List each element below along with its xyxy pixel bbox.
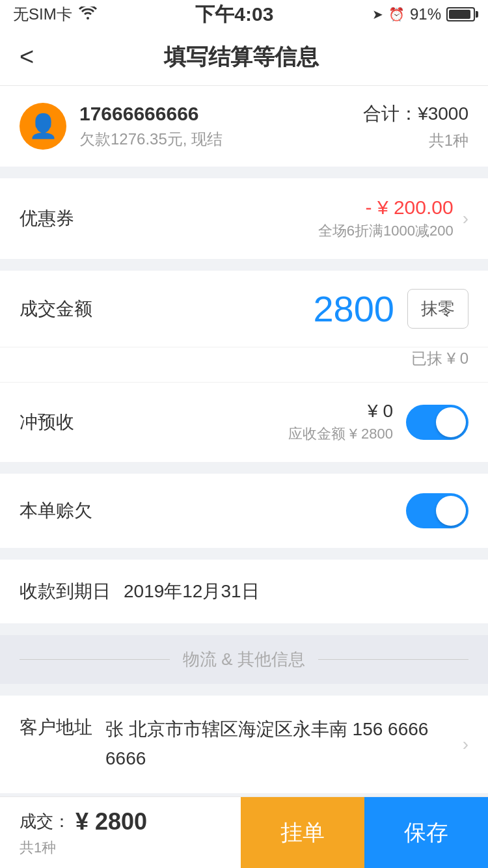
deal-right: 2800 抹零 — [313, 289, 468, 329]
divider-text: 物流 & 其他信息 — [183, 648, 305, 671]
avatar: 👤 — [20, 103, 66, 150]
divider-line-left — [20, 659, 170, 660]
coupon-desc: 全场6折满1000减200 — [318, 221, 454, 241]
bottom-count: 共1种 — [20, 838, 221, 858]
customer-sub: 欠款1276.35元, 现结 — [79, 129, 363, 150]
due-date-label: 收款到期日 — [20, 579, 111, 604]
erased-row: 已抹 ¥ 0 — [0, 347, 488, 382]
hold-button-label: 挂单 — [280, 818, 325, 848]
coupon-section[interactable]: 优惠券 - ¥ 200.00 全场6折满1000减200 › — [0, 178, 488, 259]
bottom-bar: 成交： ¥ 2800 共1种 挂单 保存 — [0, 796, 488, 868]
deal-amount-value: 2800 — [313, 291, 394, 327]
address-chevron-icon: › — [463, 734, 468, 755]
address-section[interactable]: 客户地址 张 北京市市辖区海淀区永丰南 156 6666 6666 › — [0, 696, 488, 793]
no-sim-label: 无SIM卡 — [13, 4, 72, 25]
debt-section: 本单赊欠 — [0, 474, 488, 548]
customer-amount: 合计：¥3000 共1种 — [363, 102, 468, 151]
chevron-right-icon: › — [463, 208, 468, 229]
bottom-deal-amount: ¥ 2800 — [75, 808, 147, 835]
page-title: 填写结算等信息 — [47, 42, 436, 72]
battery-percent: 91% — [410, 5, 441, 23]
address-label: 客户地址 — [20, 715, 92, 740]
bottom-summary: 成交： ¥ 2800 共1种 — [0, 808, 241, 858]
customer-section: 👤 17666666666 欠款1276.35元, 现结 合计：¥3000 共1… — [0, 86, 488, 167]
battery-icon — [446, 7, 475, 21]
prepay-amount: ¥ 0 — [368, 401, 393, 422]
deal-section: 成交金额 2800 抹零 已抹 ¥ 0 冲预收 ¥ 0 应收金额 ¥ 2800 — [0, 271, 488, 462]
hold-button[interactable]: 挂单 — [241, 797, 364, 869]
coupon-amount: - ¥ 200.00 — [318, 197, 454, 219]
debt-toggle[interactable] — [406, 493, 468, 528]
status-time: 下午4:03 — [195, 1, 273, 28]
customer-info: 17666666666 欠款1276.35元, 现结 — [79, 103, 363, 150]
nav-bar: < 填写结算等信息 — [0, 29, 488, 86]
alarm-icon: ⏰ — [388, 7, 405, 22]
wifi-icon — [79, 5, 97, 23]
status-bar: 无SIM卡 下午4:03 ➤ ⏰ 91% — [0, 0, 488, 29]
erase-button[interactable]: 抹零 — [407, 289, 468, 329]
due-date-section: 收款到期日 2019年12月31日 — [0, 560, 488, 623]
divider-section: 物流 & 其他信息 — [0, 635, 488, 684]
erased-label: 已抹 ¥ 0 — [411, 349, 468, 367]
divider-line-right — [318, 659, 468, 660]
coupon-label: 优惠券 — [20, 206, 318, 231]
due-date-value: 2019年12月31日 — [124, 579, 260, 604]
deal-amount-label: 成交金额 — [20, 297, 313, 321]
bottom-deal-label: 成交： — [20, 810, 70, 833]
status-right: ➤ ⏰ 91% — [372, 5, 475, 23]
bottom-deal-row: 成交： ¥ 2800 — [20, 808, 221, 835]
address-value: 张 北京市市辖区海淀区永丰南 156 6666 6666 — [105, 715, 443, 774]
avatar-icon: 👤 — [29, 113, 58, 140]
prepay-receivable: 应收金额 ¥ 2800 — [288, 424, 393, 444]
prepay-row: 冲预收 ¥ 0 应收金额 ¥ 2800 — [0, 382, 488, 462]
customer-phone: 17666666666 — [79, 103, 363, 125]
toggle-knob — [436, 407, 466, 437]
debt-label: 本单赊欠 — [20, 498, 406, 523]
debt-toggle-knob — [436, 496, 466, 526]
status-left: 无SIM卡 — [13, 4, 97, 25]
save-button[interactable]: 保存 — [364, 797, 488, 869]
back-button[interactable]: < — [20, 43, 34, 71]
prepay-right: ¥ 0 应收金额 ¥ 2800 — [288, 401, 393, 444]
deal-amount-row: 成交金额 2800 抹零 — [0, 271, 488, 347]
amount-count: 共1种 — [363, 130, 468, 151]
amount-total: 合计：¥3000 — [363, 102, 468, 126]
prepay-label: 冲预收 — [20, 410, 288, 435]
prepay-toggle[interactable] — [406, 405, 468, 440]
save-button-label: 保存 — [404, 818, 448, 848]
location-icon: ➤ — [372, 7, 383, 22]
coupon-right: - ¥ 200.00 全场6折满1000减200 — [318, 197, 454, 241]
